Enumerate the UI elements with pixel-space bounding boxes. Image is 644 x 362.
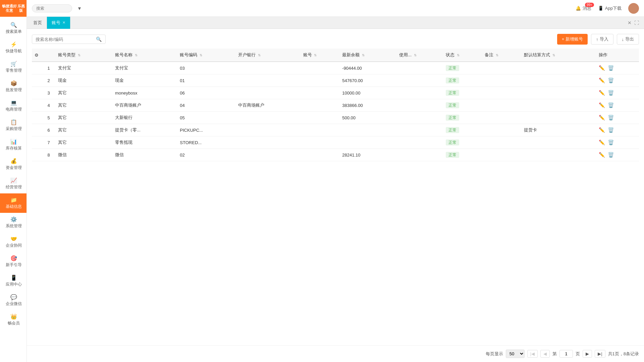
tab-label-home: 首页: [33, 20, 42, 26]
td-status-3: 正常: [443, 99, 482, 112]
export-btn[interactable]: ↓ 导出: [617, 34, 639, 45]
notification-btn[interactable]: 🔔 消息 99+: [576, 5, 591, 11]
td-num-6: 7: [42, 136, 55, 149]
tab-close-account[interactable]: ✕: [62, 20, 65, 25]
sidebar-item-enterprise-agreement[interactable]: 🤝企业协同: [0, 232, 26, 252]
th-code[interactable]: 账号编码 ⇅: [177, 49, 235, 62]
prev-page-btn[interactable]: ◀: [540, 350, 550, 358]
delete-icon-4[interactable]: 🗑️: [608, 115, 614, 121]
td-balance-0: -90444.00: [339, 62, 396, 74]
sidebar-item-retail-manage[interactable]: 🛒零售管理: [0, 57, 26, 77]
edit-icon-0[interactable]: ✏️: [599, 65, 605, 71]
th-type[interactable]: 账号类型 ⇅: [55, 49, 112, 62]
status-badge-4: 正常: [446, 115, 459, 121]
search-input[interactable]: [36, 37, 96, 42]
td-balance-5: [339, 124, 396, 136]
table-row: 7 其它 零售抵现 STORED... 正常 ✏️ 🗑️: [32, 136, 639, 149]
sidebar-label-system-manage: 系统管理: [6, 223, 22, 229]
td-remark-5: [482, 124, 521, 136]
delete-icon-3[interactable]: 🗑️: [608, 102, 614, 108]
td-default-settle-5: 提货卡: [521, 124, 596, 136]
sidebar-item-ecommerce-manage[interactable]: 💻电商管理: [0, 96, 26, 116]
tab-home[interactable]: 首页: [29, 17, 47, 29]
edit-icon-1[interactable]: ✏️: [599, 77, 605, 83]
gear-icon[interactable]: ⚙: [35, 53, 39, 58]
delete-icon-6[interactable]: 🗑️: [608, 139, 614, 145]
sidebar-icon-quick-nav: ⚡: [10, 41, 17, 48]
sidebar-item-app-center[interactable]: 📱应用中心: [0, 271, 26, 291]
td-code-6: STORED...: [177, 136, 235, 149]
status-badge-5: 正常: [446, 127, 459, 133]
import-btn[interactable]: ↑ 导入: [591, 34, 613, 45]
td-remark-2: [482, 87, 521, 99]
sidebar-item-operation-manage[interactable]: 📈经营管理: [0, 174, 26, 193]
next-page-btn[interactable]: ▶: [583, 350, 592, 358]
last-page-btn[interactable]: ▶|: [595, 350, 605, 358]
th-bank[interactable]: 开户银行 ⇅: [235, 49, 300, 62]
th-remark[interactable]: 备注 ⇅: [482, 49, 521, 62]
sidebar-icon-new-guide: 🎯: [10, 255, 17, 261]
sidebar-item-vip-member[interactable]: 👑畅会员: [0, 310, 26, 329]
td-type-2: 其它: [55, 87, 112, 99]
delete-icon-0[interactable]: 🗑️: [608, 65, 614, 71]
td-code-7: 02: [177, 149, 235, 161]
th-account[interactable]: 账号 ⇅: [301, 49, 339, 62]
export-icon: ↓: [622, 37, 624, 42]
edit-icon-4[interactable]: ✏️: [599, 115, 605, 121]
table-row: 6 其它 提货卡（零... PICKUPC... 正常 提货卡 ✏️ 🗑️: [32, 124, 639, 136]
th-default-settle[interactable]: 默认结算方式 ⇅: [521, 49, 596, 62]
td-code-3: 04: [177, 99, 235, 112]
tab-account[interactable]: 账号✕: [47, 17, 70, 29]
per-page-select[interactable]: 50 20 100: [506, 350, 525, 358]
header-search-input[interactable]: [32, 4, 72, 12]
sidebar-label-enterprise-agreement: 企业协同: [6, 243, 22, 248]
tab-expand-btn[interactable]: ⛶: [634, 20, 639, 25]
td-account-3: [301, 99, 339, 112]
sidebar-item-purchase-manage[interactable]: 📋采购管理: [0, 116, 26, 135]
delete-icon-5[interactable]: 🗑️: [608, 127, 614, 133]
edit-icon-3[interactable]: ✏️: [599, 102, 605, 108]
th-num: [42, 49, 55, 62]
delete-icon-1[interactable]: 🗑️: [608, 77, 614, 83]
th-name[interactable]: 账号名称 ⇅: [112, 49, 177, 62]
sidebar-item-basic-info[interactable]: 📁基础信息: [0, 193, 26, 213]
sidebar-icon-wholesale-manage: 📦: [10, 80, 17, 86]
td-usage-0: [396, 62, 443, 74]
td-type-5: 其它: [55, 124, 112, 136]
header-dropdown-btn[interactable]: ▼: [77, 6, 82, 11]
sidebar-item-inventory[interactable]: 📊库存核算: [0, 135, 26, 155]
sidebar-icon-ecommerce-manage: 💻: [10, 100, 17, 106]
td-usage-2: [396, 87, 443, 99]
sidebar-icon-operation-manage: 📈: [10, 177, 17, 184]
th-status[interactable]: 状态 ⇅: [443, 49, 482, 62]
page-input[interactable]: [559, 350, 573, 358]
delete-icon-7[interactable]: 🗑️: [608, 152, 614, 158]
sidebar-item-search-menu[interactable]: 🔍搜索菜单: [0, 18, 26, 38]
app-download-btn[interactable]: 📱 App下载: [598, 5, 622, 11]
sidebar-item-wholesale-manage[interactable]: 📦批发管理: [0, 77, 26, 96]
sidebar-item-system-manage[interactable]: ⚙️系统管理: [0, 213, 26, 232]
sidebar-nav: 🔍搜索菜单⚡快捷导航🛒零售管理📦批发管理💻电商管理📋采购管理📊库存核算💰资金管理…: [0, 17, 26, 362]
td-num-3: 4: [42, 99, 55, 112]
td-action-1: ✏️ 🗑️: [596, 74, 639, 87]
tab-close-all-btn[interactable]: ✕: [628, 20, 632, 25]
sidebar-item-enterprise-wechat[interactable]: 💬企业微信: [0, 291, 26, 310]
sidebar-item-fund-manage[interactable]: 💰资金管理: [0, 155, 26, 174]
edit-icon-5[interactable]: ✏️: [599, 127, 605, 133]
th-balance[interactable]: 最新余额 ⇅: [339, 49, 396, 62]
sidebar-item-quick-nav[interactable]: ⚡快捷导航: [0, 38, 26, 57]
edit-icon-7[interactable]: ✏️: [599, 152, 605, 158]
td-status-0: 正常: [443, 62, 482, 74]
td-name-4: 大新银行: [112, 112, 177, 124]
sidebar-item-new-guide[interactable]: 🎯新手引导: [0, 252, 26, 271]
edit-icon-6[interactable]: ✏️: [599, 139, 605, 145]
td-default-settle-7: [521, 149, 596, 161]
delete-icon-2[interactable]: 🗑️: [608, 90, 614, 96]
user-avatar[interactable]: [628, 3, 639, 14]
add-account-btn[interactable]: + 新增账号: [557, 34, 588, 45]
td-code-4: 05: [177, 112, 235, 124]
first-page-btn[interactable]: |◀: [527, 350, 538, 358]
th-usage[interactable]: 使用... ⇅: [396, 49, 443, 62]
edit-icon-2[interactable]: ✏️: [599, 90, 605, 96]
td-code-5: PICKUPC...: [177, 124, 235, 136]
